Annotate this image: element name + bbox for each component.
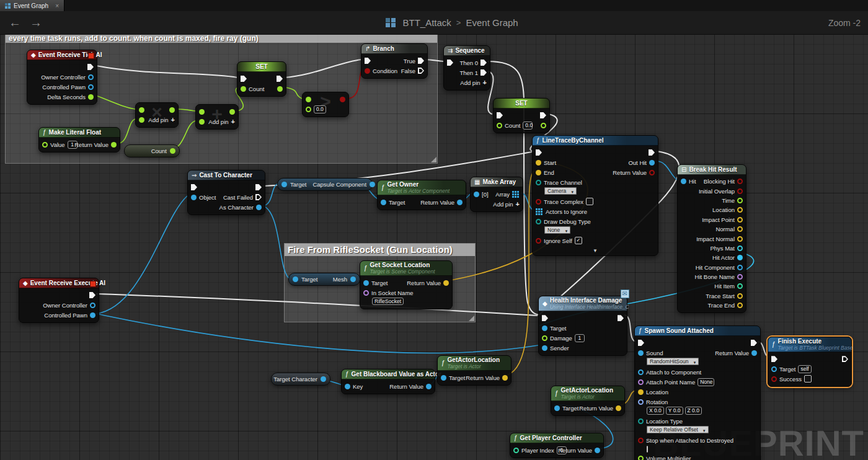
node-header[interactable]: ƒLineTraceByChannel (533, 136, 658, 146)
node-header[interactable]: SET (237, 62, 286, 72)
target-pin[interactable] (554, 405, 560, 411)
pin-pin[interactable] (169, 107, 175, 113)
target-in-pin[interactable] (293, 276, 298, 282)
node-header[interactable]: ƒGet Socket LocationTarget is Scene Comp… (360, 261, 452, 276)
node-header[interactable]: ƒSpawn Sound Attached (635, 326, 760, 336)
sound-pin[interactable] (638, 350, 644, 356)
owner-controller-pin[interactable] (88, 74, 94, 80)
node-header[interactable]: ƒGetActorLocationTarget is Actor (438, 356, 511, 371)
pin-pin[interactable] (306, 107, 311, 112)
exec-pin[interactable] (618, 315, 624, 321)
return-value-pin[interactable] (502, 375, 508, 381)
node-line-trace-by-channel[interactable]: ƒLineTraceByChannelStartEndTrace Channel… (532, 135, 658, 256)
count-out-pin[interactable] (170, 148, 175, 154)
object-pin[interactable] (191, 195, 197, 200)
node-header[interactable]: ƒMake Literal Float (39, 128, 120, 138)
node-finish-execute[interactable]: ƒFinish ExecuteTarget is BTTask Blueprin… (768, 337, 852, 387)
start-pin[interactable] (536, 160, 541, 166)
pin-dropdown[interactable]: Keep Relative Offset (647, 426, 709, 433)
exec-pin[interactable] (638, 340, 644, 346)
pin-pin[interactable] (139, 117, 144, 123)
node-header[interactable]: ƒGet Player Controller (510, 433, 603, 443)
target-in-pin[interactable] (281, 182, 287, 187)
out-hit-pin[interactable] (649, 160, 655, 166)
draw-debug-type-pin[interactable] (536, 219, 541, 224)
blocking-hit-pin[interactable] (737, 179, 743, 184)
condition-pin[interactable] (365, 68, 370, 74)
hit-component-pin[interactable] (737, 265, 743, 270)
ignore-self-pin[interactable] (536, 238, 541, 244)
breadcrumb-graph[interactable]: Event Graph (466, 17, 518, 28)
exec-pin[interactable] (255, 184, 262, 190)
node-header[interactable]: ƒGetActorLocationTarget is Actor (551, 386, 624, 401)
tab-event-graph[interactable]: Event Graph × (0, 0, 64, 11)
node-break-hit-result[interactable]: ⊟Break Hit ResultHitBlocking HitInitial … (677, 164, 746, 313)
node-header[interactable]: ƒFinish ExecuteTarget is BTTask Blueprin… (768, 337, 851, 352)
0-pin[interactable] (474, 192, 479, 197)
volume-multiplier-pin[interactable] (638, 456, 644, 460)
exec-pin[interactable] (241, 76, 247, 82)
pin-checkbox[interactable] (586, 198, 593, 205)
trace-complex-pin[interactable] (536, 199, 541, 205)
node-set-count-reset[interactable]: SETCount0.0 (493, 98, 550, 133)
exec-pin[interactable] (751, 340, 757, 346)
trace-end-pin[interactable] (737, 303, 743, 308)
node-header[interactable]: ◆Event Receive Execute AI (19, 278, 99, 288)
return-value-pin[interactable] (616, 405, 621, 411)
pin-dropdown[interactable]: None (544, 226, 570, 234)
node-set-count[interactable]: SETCount (237, 61, 286, 97)
node-header[interactable]: ƒGet Blackboard Value as Actor (342, 369, 435, 379)
node-get-actor-location-2[interactable]: ƒGetActorLocationTarget is ActorTargetRe… (551, 386, 625, 416)
trace-start-pin[interactable] (737, 293, 743, 299)
as-character-pin[interactable] (256, 205, 262, 210)
exec-pin[interactable] (87, 64, 94, 70)
node-header[interactable]: ⊟Break Hit Result (678, 165, 746, 175)
attach-to-component-pin[interactable] (638, 369, 644, 375)
node-greater[interactable]: >0.0 (302, 92, 349, 117)
pin-pin[interactable] (277, 86, 283, 92)
return-value-pin[interactable] (595, 448, 600, 453)
forward-arrow-button[interactable]: → (30, 15, 42, 30)
breadcrumb-asset[interactable]: BTT_Attack (403, 17, 451, 28)
return-value-pin[interactable] (111, 142, 117, 148)
exec-pin[interactable] (191, 184, 197, 190)
pin-pin[interactable] (541, 123, 546, 128)
node-header[interactable]: ⇒Cast To Character (188, 170, 265, 180)
exec-pin[interactable] (447, 60, 453, 66)
node-add[interactable]: +Add pin+ (195, 104, 239, 130)
initial-overlap-pin[interactable] (737, 188, 743, 194)
return-value-pin[interactable] (649, 170, 655, 175)
variable-get-target-character[interactable]: Target Character (271, 373, 330, 386)
exec-pin[interactable] (89, 292, 95, 298)
sender-pin[interactable] (542, 345, 547, 351)
node-header[interactable]: ⇉Sequence (444, 46, 490, 56)
location-pin[interactable] (737, 207, 743, 213)
target-character-out-pin[interactable] (321, 376, 326, 382)
node-header[interactable]: ƒGet OwnerTarget is Actor Component (378, 180, 466, 195)
target-pin[interactable] (363, 280, 369, 286)
pin-pin[interactable] (229, 109, 235, 115)
node-event-receive-tick-ai[interactable]: ◆Event Receive Tick AIOwner ControllerCo… (27, 50, 97, 105)
owner-controller-pin[interactable] (90, 303, 95, 308)
count-pin[interactable] (241, 86, 246, 92)
hit-actor-pin[interactable] (737, 255, 743, 260)
exec-pin[interactable] (497, 112, 503, 118)
node-spawn-sound-attached[interactable]: ƒSpawn Sound AttachedSoundRandomHitSounA… (634, 325, 761, 460)
node-get-owner[interactable]: ƒGet OwnerTarget is Actor ComponentTarge… (377, 180, 466, 210)
add-pin-button[interactable]: + (171, 116, 175, 123)
time-pin[interactable] (737, 198, 743, 203)
location-type-pin[interactable] (638, 418, 644, 424)
exec-pin[interactable] (418, 58, 424, 64)
pin-field[interactable]: None (698, 378, 714, 386)
target-pin[interactable] (542, 325, 547, 331)
delta-seconds-pin[interactable] (88, 94, 94, 100)
in-socket-name-pin[interactable] (363, 290, 369, 296)
node-get-actor-location-1[interactable]: ƒGetActorLocationTarget is ActorTargetRe… (437, 355, 512, 386)
exec-pin[interactable] (540, 112, 546, 118)
exec-pin[interactable] (277, 76, 283, 82)
damage-pin[interactable] (542, 335, 547, 341)
count-pin[interactable] (497, 123, 502, 128)
comment-title[interactable]: every time task runs, add to count. when… (6, 35, 437, 43)
node-multiply[interactable]: ×Add pin+ (135, 102, 179, 128)
return-value-pin[interactable] (426, 384, 432, 389)
